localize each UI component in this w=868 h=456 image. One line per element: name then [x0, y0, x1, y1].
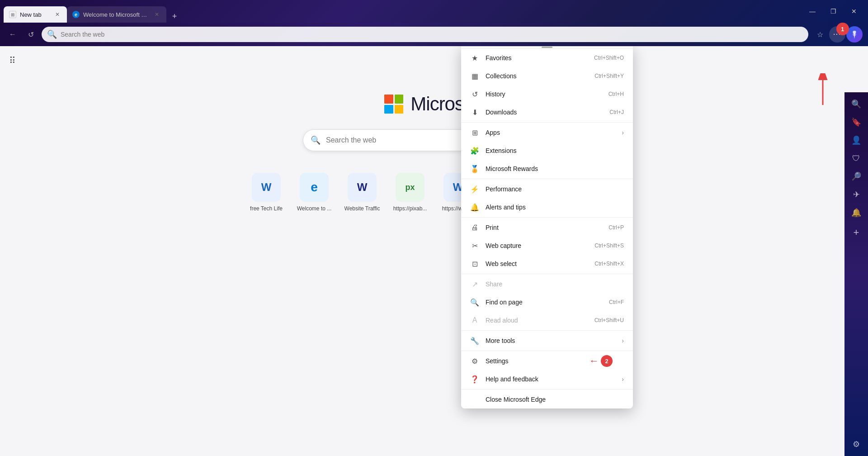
menu-arrow-more-tools: ›: [622, 337, 624, 344]
menu-item-help-and-feedback[interactable]: ❓Help and feedback›: [461, 370, 633, 388]
quick-link-icon-0: W: [252, 173, 281, 202]
menu-icon-close-edge: [470, 395, 479, 404]
tab-group: ⊞ New tab ✕ e Welcome to Microsoft Edge …: [4, 0, 181, 23]
menu-label-alerts-and-tips: Alerts and tips: [486, 204, 624, 211]
menu-icon-collections: ▦: [470, 71, 479, 81]
menu-item-favorites[interactable]: ★FavoritesCtrl+Shift+O: [461, 49, 633, 67]
minimize-button[interactable]: —: [802, 4, 823, 19]
menu-items-list: ★FavoritesCtrl+Shift+O▦CollectionsCtrl+S…: [461, 49, 633, 408]
quick-link-website-traffic[interactable]: WWebsite Traffic: [342, 173, 382, 212]
nt-toolbar: ⠿: [0, 46, 868, 66]
menu-icon-favorites: ★: [470, 53, 479, 62]
menu-icon-apps: ⊞: [470, 128, 479, 137]
sidebar: 🔍 🔖 👤 🛡 🔎 ✈ 🔔 + ⚙: [844, 92, 868, 456]
menu-divider-after-downloads: [461, 122, 633, 123]
sidebar-shield[interactable]: 🛡: [848, 150, 864, 166]
tab-close-new[interactable]: ✕: [53, 10, 61, 19]
sidebar-find[interactable]: 🔎: [848, 168, 864, 185]
menu-divider-after-microsoft-rewards: [461, 179, 633, 179]
menu-item-web-select[interactable]: ⊡Web selectCtrl+Shift+X: [461, 255, 633, 273]
menu-divider-after-more-tools: [461, 351, 633, 351]
menu-shortcut-read-aloud: Ctrl+Shift+U: [594, 317, 624, 323]
ms-square-green: [395, 95, 404, 104]
menu-label-find-on-page: Find on page: [486, 299, 603, 306]
address-bar: ← ↺ 🔍 ☆ ··· 1: [0, 23, 868, 46]
menu-item-more-tools[interactable]: 🔧More tools›: [461, 332, 633, 350]
menu-shortcut-web-capture: Ctrl+Shift+S: [594, 242, 624, 249]
menu-item-apps[interactable]: ⊞Apps›: [461, 124, 633, 142]
quick-link-label-1: Welcome to ...: [297, 205, 331, 212]
tab-close-edge[interactable]: ✕: [153, 10, 161, 19]
browser-window: ⊞ New tab ✕ e Welcome to Microsoft Edge …: [0, 0, 868, 456]
tab-new-tab[interactable]: ⊞ New tab ✕: [4, 6, 67, 23]
menu-icon-web-select: ⊡: [470, 259, 479, 268]
tab-label-edge: Welcome to Microsoft Edge: [83, 11, 149, 18]
menu-item-microsoft-rewards[interactable]: 🏅Microsoft Rewards: [461, 160, 633, 178]
menu-item-history[interactable]: ↺HistoryCtrl+H: [461, 85, 633, 103]
menu-icon-settings: ⚙: [470, 356, 479, 366]
quick-link-label-0: free Tech Life: [250, 205, 283, 212]
quick-link-label-3: https://pixab...: [393, 205, 427, 212]
menu-shortcut-history: Ctrl+H: [609, 91, 624, 97]
quick-link-label-2: Website Traffic: [344, 205, 380, 212]
menu-shortcut-downloads: Ctrl+J: [609, 109, 624, 115]
menu-icon-help-and-feedback: ❓: [470, 375, 479, 384]
sidebar-favorites[interactable]: 🔖: [848, 114, 864, 130]
menu-icon-web-capture: ✂: [470, 241, 479, 250]
menu-icon-more-tools: 🔧: [470, 336, 479, 345]
menu-label-close-edge: Close Microsoft Edge: [486, 396, 624, 403]
sidebar-profile[interactable]: 👤: [848, 132, 864, 148]
menu-label-settings: Settings: [486, 357, 624, 365]
menu-item-settings[interactable]: ⚙Settings←2: [461, 352, 633, 370]
badge-1: 1: [836, 23, 849, 35]
quick-link-free-tech-life[interactable]: Wfree Tech Life: [246, 173, 287, 212]
menu-item-downloads[interactable]: ⬇DownloadsCtrl+J: [461, 103, 633, 121]
quick-link-icon-2: W: [348, 173, 377, 202]
url-search-icon: 🔍: [47, 29, 57, 39]
menu-divider-after-alerts-and-tips: [461, 217, 633, 218]
menu-item-performance[interactable]: ⚡Performance: [461, 180, 633, 198]
sidebar-notifications[interactable]: 🔔: [848, 204, 864, 221]
menu-shortcut-print: Ctrl+P: [609, 224, 624, 231]
sidebar-add[interactable]: +: [848, 224, 864, 241]
menu-label-share: Share: [486, 280, 624, 288]
menu-icon-print: 🖨: [470, 223, 479, 232]
close-button[interactable]: ✕: [844, 4, 864, 19]
quick-link-https://pixab...[interactable]: pxhttps://pixab...: [390, 173, 430, 212]
menu-label-web-select: Web select: [486, 260, 588, 267]
menu-item-web-capture[interactable]: ✂Web captureCtrl+Shift+S: [461, 237, 633, 255]
menu-arrow-apps: ›: [622, 129, 624, 136]
refresh-button[interactable]: ↺: [24, 27, 38, 42]
menu-item-close-edge[interactable]: Close Microsoft Edge: [461, 390, 633, 408]
quick-link-welcome-to-...[interactable]: eWelcome to ...: [294, 173, 335, 212]
menu-item-collections[interactable]: ▦CollectionsCtrl+Shift+Y: [461, 67, 633, 85]
sidebar-send[interactable]: ✈: [848, 186, 864, 203]
customize-icon[interactable]: ⠿: [9, 55, 16, 66]
menu-icon-alerts-and-tips: 🔔: [470, 203, 479, 212]
sidebar-settings[interactable]: ⚙: [848, 436, 864, 452]
menu-shortcut-collections: Ctrl+Shift+Y: [594, 73, 624, 79]
new-tab-button[interactable]: +: [168, 10, 181, 23]
toolbar-favorites-icon[interactable]: ☆: [812, 26, 828, 43]
menu-icon-microsoft-rewards: 🏅: [470, 164, 479, 173]
menu-label-performance: Performance: [486, 185, 624, 193]
menu-arrow-help-and-feedback: ›: [622, 375, 624, 383]
menu-item-alerts-and-tips[interactable]: 🔔Alerts and tips: [461, 198, 633, 216]
menu-label-help-and-feedback: Help and feedback: [486, 375, 612, 383]
url-input[interactable]: [61, 31, 803, 38]
menu-item-extensions[interactable]: 🧩Extensions: [461, 142, 633, 160]
search-icon: 🔍: [311, 135, 321, 145]
url-bar[interactable]: 🔍: [42, 27, 808, 42]
menu-label-web-capture: Web capture: [486, 242, 588, 249]
back-button[interactable]: ←: [5, 27, 20, 42]
tab-edge-welcome[interactable]: e Welcome to Microsoft Edge ✕: [67, 6, 166, 23]
menu-shortcut-web-select: Ctrl+Shift+X: [594, 261, 624, 267]
tab-favicon-edge: e: [72, 11, 80, 18]
sidebar-search[interactable]: 🔍: [848, 96, 864, 112]
toolbar-right: ☆ ··· 1: [812, 26, 863, 43]
maximize-button[interactable]: ❐: [823, 4, 844, 19]
menu-divider-after-web-select: [461, 274, 633, 274]
menu-item-print[interactable]: 🖨PrintCtrl+P: [461, 218, 633, 237]
menu-item-find-on-page[interactable]: 🔍Find on pageCtrl+F: [461, 293, 633, 311]
menu-button[interactable]: ··· 1: [829, 26, 845, 43]
